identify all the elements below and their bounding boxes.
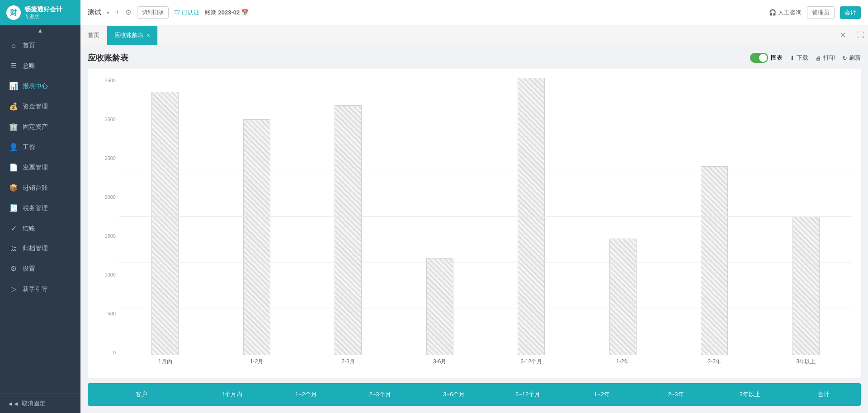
bar-group-6: [669, 78, 760, 355]
tab-close-icon[interactable]: ×: [146, 32, 150, 39]
calendar-icon[interactable]: 📅: [241, 9, 249, 16]
x-label-5: 1-2年: [577, 355, 669, 369]
bar-3: [426, 258, 453, 355]
add-company-btn[interactable]: +: [115, 8, 120, 17]
table-header-cell-7: 2~3年: [639, 383, 713, 406]
nav-label-payroll: 工资: [23, 143, 35, 151]
chart-toggle-label: 图表: [771, 54, 783, 62]
nav-icon-home: ⌂: [9, 42, 18, 50]
bar-1: [243, 119, 270, 355]
chart-toggle[interactable]: [750, 53, 768, 63]
cancel-fixed-btn[interactable]: ◄◄ 取消固定: [0, 394, 80, 413]
y-label-2000: 2000: [97, 194, 116, 200]
print-btn[interactable]: 🖨 打印: [816, 54, 835, 62]
table-panel: 客户1个月内1~2个月2~3个月3~6个月6~12个月1~2年2~3年3年以上合…: [88, 383, 861, 406]
settings-gear-icon[interactable]: ⚙: [125, 8, 132, 17]
y-axis: 0 500 1000 1500 2000 2500 2500 2500: [97, 78, 119, 369]
table-header-cell-0: 客户: [88, 383, 195, 406]
nav-icon-invoice: 📄: [9, 163, 18, 172]
sidebar-item-closing[interactable]: ✓结账: [0, 218, 80, 239]
sidebar-scroll-up[interactable]: ▲: [0, 25, 80, 36]
print-icon: 🖨: [816, 55, 821, 61]
logo-text: 畅捷通好会计 专业版: [24, 5, 62, 20]
nav-label-tax: 税务管理: [23, 204, 48, 212]
download-btn[interactable]: ⬇ 下载: [790, 54, 808, 62]
nav-label-archive: 归档管理: [23, 244, 48, 253]
y-label-1500: 1500: [97, 233, 116, 239]
company-dropdown[interactable]: ▾: [107, 9, 109, 16]
tab-home[interactable]: 首页: [80, 26, 107, 45]
nav-icon-settings: ⚙: [9, 264, 18, 273]
nav-icon-tax: 🧾: [9, 204, 18, 212]
bar-5: [609, 239, 637, 355]
company-name: 测试: [88, 8, 101, 17]
logo-icon: 财: [6, 5, 21, 20]
sidebar-item-tax[interactable]: 🧾税务管理: [0, 198, 80, 218]
switch-old-version-btn[interactable]: 切到旧版: [137, 6, 169, 19]
support-btn[interactable]: 🎧 人工咨询: [769, 9, 802, 17]
sidebar-item-funds[interactable]: 💰资金管理: [0, 96, 80, 117]
x-label-3: 3-6月: [394, 355, 486, 369]
bar-0: [151, 92, 179, 355]
nav-label-inventory: 进销台账: [23, 184, 48, 192]
nav-label-assets: 固定资产: [23, 123, 48, 131]
bar-group-3: [394, 78, 486, 355]
table-header: 客户1个月内1~2个月2~3个月3~6个月6~12个月1~2年2~3年3年以上合…: [88, 383, 861, 406]
y-label-2500c: 2500: [97, 78, 116, 83]
pin-icon: ◄◄: [7, 400, 19, 407]
sidebar-item-reports[interactable]: 📊报表中心: [0, 76, 80, 96]
nav-icon-archive: 🗂: [9, 244, 18, 253]
bar-2: [335, 105, 362, 355]
x-label-7: 3年以上: [760, 355, 852, 369]
nav-icon-guide: ▷: [9, 285, 18, 293]
table-header-cell-2: 1~2个月: [269, 383, 343, 406]
user-btn[interactable]: 管理员: [807, 6, 835, 19]
table-header-cell-6: 1~2年: [565, 383, 639, 406]
sidebar-item-payroll[interactable]: 👤工资: [0, 137, 80, 157]
tab-ar-aging[interactable]: 应收账龄表 ×: [107, 26, 158, 45]
sidebar-item-archive[interactable]: 🗂归档管理: [0, 239, 80, 258]
sidebar-item-assets[interactable]: 🏢固定资产: [0, 117, 80, 137]
nav-icon-assets: 🏢: [9, 122, 18, 131]
tabbar-close-btn[interactable]: ✕: [832, 30, 854, 40]
sidebar-item-home[interactable]: ⌂首页: [0, 36, 80, 56]
refresh-btn[interactable]: ↻ 刷新: [842, 54, 861, 62]
chart-toggle-group: 图表: [750, 53, 783, 63]
sidebar-item-guide[interactable]: ▷新手引导: [0, 279, 80, 299]
bar-7: [793, 216, 820, 355]
sidebar-item-invoice[interactable]: 📄发票管理: [0, 157, 80, 178]
sidebar-item-settings[interactable]: ⚙设置: [0, 258, 80, 279]
bar-6: [701, 166, 728, 355]
chart-area: 1月内1-2月2-3月3-6月6-12个月1-2年2-3年3年以上: [119, 78, 852, 369]
sidebar-nav: ⌂首页☰总账📊报表中心💰资金管理🏢固定资产👤工资📄发票管理📦进销台账🧾税务管理✓…: [0, 36, 80, 394]
nav-label-ledger: 总账: [23, 62, 35, 70]
tabbar-expand-btn[interactable]: ⛶: [854, 31, 868, 39]
role-btn[interactable]: 会计: [840, 6, 861, 19]
bar-group-1: [211, 78, 303, 355]
app-logo: 财 畅捷通好会计 专业版: [0, 0, 80, 25]
y-label-500: 500: [97, 311, 116, 316]
table-header-cell-3: 2~3个月: [343, 383, 417, 406]
bar-4: [518, 78, 545, 355]
certified-status: 🛡 已认证: [174, 9, 199, 17]
nav-label-guide: 新手引导: [23, 285, 48, 293]
bars-container: [119, 78, 852, 355]
nav-icon-ledger: ☰: [9, 61, 18, 70]
bar-group-2: [302, 78, 394, 355]
table-header-cell-9: 合计: [787, 383, 861, 406]
nav-label-settings: 设置: [23, 265, 35, 273]
page-header: 应收账龄表 图表 ⬇ 下载 🖨 打印 ↻ 刷新: [88, 52, 861, 63]
nav-label-home: 首页: [23, 42, 35, 50]
bar-group-4: [486, 78, 577, 355]
tabbar: 首页 应收账龄表 × ✕ ⛶: [80, 25, 868, 45]
sidebar-item-inventory[interactable]: 📦进销台账: [0, 178, 80, 198]
nav-label-reports: 报表中心: [23, 82, 48, 90]
bar-group-5: [577, 78, 669, 355]
nav-label-closing: 结账: [23, 225, 35, 233]
table-header-cell-1: 1个月内: [195, 383, 269, 406]
y-label-1000: 1000: [97, 272, 116, 277]
sidebar-item-ledger[interactable]: ☰总账: [0, 56, 80, 76]
y-label-2500a: 2500: [97, 155, 116, 161]
x-label-6: 2-3年: [669, 355, 760, 369]
download-icon: ⬇: [790, 55, 795, 61]
